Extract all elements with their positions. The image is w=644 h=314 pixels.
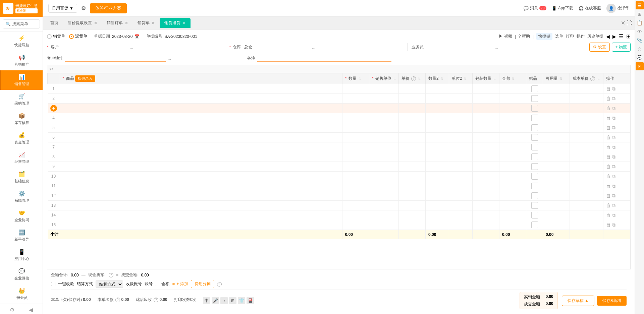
video-link[interactable]: ▶ 视频 [499,34,512,39]
cost-price-cell[interactable] [570,181,603,191]
quantity2-cell[interactable] [426,181,449,191]
available-cell[interactable] [543,113,570,123]
amount-cell[interactable] [499,220,526,230]
cost-price-cell[interactable] [570,210,603,220]
delete-row-button[interactable]: 🗑 [606,193,611,198]
unit-price-cell[interactable] [399,220,426,230]
product-cell[interactable] [60,113,342,123]
gift-checkbox[interactable] [531,95,538,102]
unit2-cell[interactable] [449,210,473,220]
available-cell[interactable] [543,94,570,104]
copy-row-button[interactable]: ⧉ [612,144,615,150]
amount-cell[interactable] [499,181,526,191]
cost-price-cell[interactable] [570,191,603,201]
print-link[interactable]: 打印 [566,34,574,39]
sales-unit-cell[interactable] [369,191,398,201]
address-input[interactable] [65,55,166,62]
gift-checkbox[interactable] [531,202,538,209]
gift-checkbox[interactable] [531,153,538,160]
product-cell[interactable] [60,201,342,210]
copy-row-button[interactable]: ⧉ [612,125,615,131]
copy-row-button[interactable]: ⧉ [612,164,615,170]
amount-cell[interactable] [499,94,526,104]
delete-row-button[interactable]: 🗑 [606,212,611,218]
available-cell[interactable] [543,162,570,172]
right-sidebar-display[interactable]: ⊡ [636,62,644,70]
notification-item[interactable]: 💬 消息 70 [524,5,546,11]
customer-input[interactable] [61,44,128,50]
gift-cell[interactable] [526,84,543,94]
amount-cell[interactable] [499,133,526,142]
product-input[interactable] [63,184,339,188]
amount-cell[interactable] [499,123,526,133]
cost-price-cell[interactable] [570,152,603,162]
available-cell[interactable] [543,220,570,230]
copy-row-button[interactable]: ⧉ [612,193,615,199]
tab-close-sales-delivery[interactable]: ✕ [152,21,155,25]
add-payment-button[interactable]: ⊕ + 添加 [172,281,188,287]
collapse-button[interactable]: ◀ [29,307,33,313]
debt-info-icon[interactable]: ? [115,298,120,302]
available-cell[interactable] [543,210,570,220]
maximize-button[interactable]: ⛶ [627,20,632,26]
quantity-cell[interactable] [342,113,369,123]
available-cell[interactable] [543,172,570,181]
package-qty-cell[interactable] [473,142,499,152]
unit-price-info-icon[interactable]: ? [411,76,416,81]
salesman-input[interactable] [426,44,493,50]
logistics-button[interactable]: + 物流 [612,43,631,52]
package-qty-cell[interactable] [473,210,499,220]
trial-button[interactable]: 体验行业方案 [90,3,127,13]
gift-cell[interactable] [526,123,543,133]
unit2-cell[interactable] [449,172,473,181]
package-qty-cell[interactable] [473,94,499,104]
unit-price-cell[interactable] [399,133,426,142]
copy-row-button[interactable]: ⧉ [612,174,615,179]
print-icon-6[interactable]: 🎴 [247,297,254,304]
amount-cell[interactable] [499,172,526,181]
save-draft-button[interactable]: 保存草稿 ▲ [562,296,594,306]
delete-row-button[interactable]: 🗑 [606,135,611,140]
search-menu-button[interactable]: 🔍 搜索菜单 [3,19,40,28]
number-value[interactable]: SA-20230320-001 [164,34,197,39]
quantity-cell[interactable] [342,181,369,191]
amount-cell[interactable] [499,84,526,94]
quantity-cell[interactable] [342,104,369,113]
gift-checkbox[interactable] [531,85,538,92]
delete-row-button[interactable]: 🗑 [606,174,611,179]
tab-sales-return[interactable]: 销货退货 ✕ [160,18,191,28]
sidebar-item-shortcut[interactable]: ⚡ 快捷导航 [0,32,43,51]
product-input[interactable] [63,213,339,217]
sales-unit-cell[interactable] [369,142,398,152]
amount-cell[interactable] [499,191,526,201]
amount-cell[interactable] [499,201,526,210]
product-cell[interactable] [60,220,342,230]
grid-view-button[interactable]: ⊞ [626,33,631,40]
quantity-cell[interactable] [342,123,369,133]
amount-cell[interactable] [499,162,526,172]
quantity-cell[interactable] [342,94,369,104]
gift-cell[interactable] [526,133,543,142]
gift-cell[interactable] [526,220,543,230]
print-icon-2[interactable]: 🎤 [212,297,219,304]
package-qty-cell[interactable] [473,123,499,133]
right-sidebar-comment[interactable]: 💬 [636,54,644,62]
radio-sales-delivery[interactable]: 销货单 [47,34,65,39]
gift-checkbox[interactable] [531,115,538,121]
fee-split-button[interactable]: 费用分摊 [191,280,214,288]
cost-price-cell[interactable] [570,123,603,133]
unit2-cell[interactable] [449,133,473,142]
unit2-cell[interactable] [449,152,473,162]
package-qty-cell[interactable] [473,152,499,162]
quantity-cell[interactable] [342,220,369,230]
gift-cell[interactable] [526,210,543,220]
product-input[interactable] [63,223,339,227]
sales-unit-cell[interactable] [369,220,398,230]
product-cell[interactable] [60,104,342,113]
quantity-cell[interactable] [342,142,369,152]
available-cell[interactable] [543,142,570,152]
gift-checkbox[interactable] [531,192,538,199]
delete-row-button[interactable]: 🗑 [606,86,611,91]
product-input[interactable] [63,164,339,169]
copy-row-button[interactable]: ⧉ [612,96,615,102]
